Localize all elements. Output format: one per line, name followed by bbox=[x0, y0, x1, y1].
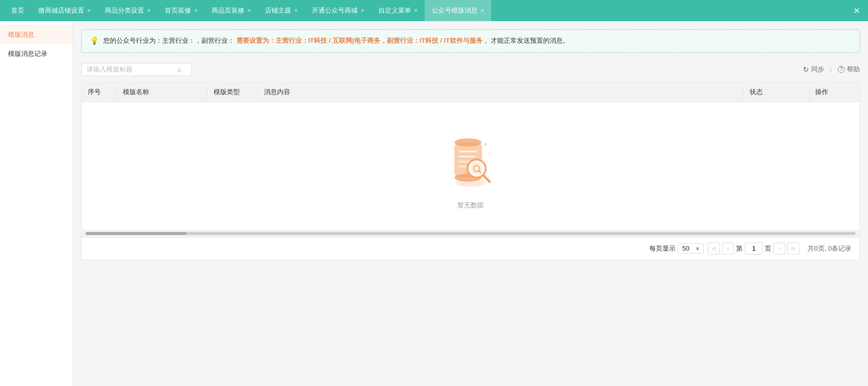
th-status: 状态 bbox=[744, 83, 809, 102]
next-page-button[interactable]: › bbox=[773, 243, 785, 255]
search-actions: ↻ 同步 | ? 帮助 bbox=[803, 65, 860, 74]
sidebar: 模版消息 模版消息记录 bbox=[0, 21, 73, 386]
tab-category-label: 商品分类设置 bbox=[105, 6, 144, 15]
tab-templatemsg-close[interactable]: × bbox=[481, 7, 484, 14]
search-input[interactable] bbox=[87, 65, 177, 73]
page-unit: 页 bbox=[765, 244, 771, 253]
tab-category-close[interactable]: × bbox=[147, 7, 151, 14]
page-size-label: 每页显示 bbox=[649, 244, 676, 253]
tab-openstore-close[interactable]: × bbox=[361, 7, 364, 14]
tab-bar-close-all[interactable]: ✕ bbox=[849, 6, 864, 16]
tab-homepage[interactable]: 首页装修 × bbox=[158, 0, 205, 21]
sync-label: 同步 bbox=[811, 65, 824, 74]
tab-templatemsg-label: 公众号模版消息 bbox=[432, 6, 478, 15]
tab-custommenu-close[interactable]: × bbox=[414, 7, 418, 14]
chevron-down-icon: ∨ bbox=[696, 246, 699, 251]
horizontal-scrollbar[interactable] bbox=[82, 230, 859, 237]
content-area: 💡 您的公众号行业为：主营行业：，副营行业： 需要设置为：主营行业：IT科技 /… bbox=[73, 21, 868, 386]
notice-text: 您的公众号行业为：主营行业：，副营行业： 需要设置为：主营行业：IT科技 / 互… bbox=[103, 36, 569, 46]
main-layout: 模版消息 模版消息记录 💡 您的公众号行业为：主营行业：，副营行业： 需要设置为… bbox=[0, 21, 868, 386]
sidebar-item-template-msg-label: 模版消息 bbox=[8, 31, 34, 38]
sidebar-item-template-msg[interactable]: 模版消息 bbox=[0, 25, 73, 44]
tab-home[interactable]: 首页 bbox=[4, 0, 31, 21]
tab-productpage-label: 商品页装修 bbox=[212, 6, 244, 15]
tab-productpage[interactable]: 商品页装修 × bbox=[205, 0, 258, 21]
page-size-dropdown[interactable]: 50 ∨ bbox=[678, 243, 704, 254]
search-input-wrap[interactable]: ⌕ bbox=[81, 63, 192, 76]
scrollbar-track[interactable] bbox=[86, 232, 855, 235]
last-page-button[interactable]: ⊳ bbox=[787, 243, 799, 255]
th-type: 模版类型 bbox=[208, 83, 258, 102]
page-size-value: 50 bbox=[682, 245, 689, 252]
tab-bar: 首页 微商城店铺设置 × 商品分类设置 × 首页装修 × 商品页装修 × 店铺主… bbox=[0, 0, 868, 21]
tab-theme[interactable]: 店铺主题 × bbox=[258, 0, 305, 21]
tab-homepage-label: 首页装修 bbox=[165, 6, 191, 15]
tab-wshop-close[interactable]: × bbox=[87, 7, 91, 14]
table-header: 序号 模版名称 模版类型 消息内容 状态 操作 bbox=[82, 83, 859, 102]
empty-text: 暂无数据 bbox=[457, 201, 484, 210]
tab-templatemsg[interactable]: 公众号模版消息 × bbox=[425, 0, 491, 21]
svg-point-2 bbox=[454, 138, 482, 146]
tab-productpage-close[interactable]: × bbox=[247, 7, 251, 14]
data-table: 序号 模版名称 模版类型 消息内容 状态 操作 bbox=[81, 82, 860, 260]
th-seq: 序号 bbox=[82, 83, 117, 102]
search-bar: ⌕ ↻ 同步 | ? 帮助 bbox=[81, 63, 860, 76]
tab-wshop[interactable]: 微商城店铺设置 × bbox=[31, 0, 98, 21]
tab-openstore-label: 开通公众号商城 bbox=[312, 6, 358, 15]
first-page-button[interactable]: ⊲ bbox=[708, 243, 720, 255]
th-name: 模版名称 bbox=[117, 83, 208, 102]
empty-state: ✦ ✦ 暂无数据 bbox=[82, 102, 859, 230]
tab-category[interactable]: 商品分类设置 × bbox=[98, 0, 158, 21]
total-info: 共0页, 0条记录 bbox=[808, 244, 851, 253]
page-size-select: 每页显示 50 ∨ bbox=[649, 243, 704, 254]
help-label: 帮助 bbox=[847, 65, 860, 74]
tab-theme-close[interactable]: × bbox=[294, 7, 298, 14]
notice-box: 💡 您的公众号行业为：主营行业：，副营行业： 需要设置为：主营行业：IT科技 /… bbox=[81, 29, 860, 53]
scrollbar-thumb[interactable] bbox=[86, 232, 186, 235]
svg-text:✦: ✦ bbox=[483, 141, 488, 148]
notice-suffix: 才能正常发送预置的消息。 bbox=[491, 37, 569, 44]
page-label: 第 bbox=[736, 244, 743, 253]
help-icon: ? bbox=[838, 66, 845, 73]
sidebar-item-template-msg-record[interactable]: 模版消息记录 bbox=[0, 44, 73, 63]
help-button[interactable]: ? 帮助 bbox=[838, 65, 860, 74]
sync-icon: ↻ bbox=[803, 65, 809, 73]
th-content: 消息内容 bbox=[258, 83, 744, 102]
page-navigation: ⊲ ‹ 第 页 › ⊳ bbox=[708, 243, 799, 255]
tab-homepage-close[interactable]: × bbox=[194, 7, 197, 14]
sync-button[interactable]: ↻ 同步 bbox=[803, 65, 824, 74]
notice-prefix: 您的公众号行业为：主营行业：，副营行业： bbox=[103, 37, 234, 44]
tab-custommenu-label: 自定义菜单 bbox=[378, 6, 411, 15]
tab-custommenu[interactable]: 自定义菜单 × bbox=[371, 0, 425, 21]
notice-icon: 💡 bbox=[90, 36, 99, 45]
pagination: 每页显示 50 ∨ ⊲ ‹ 第 页 › ⊳ bbox=[82, 237, 859, 260]
svg-text:✦: ✦ bbox=[488, 151, 492, 156]
notice-highlight: 需要设置为：主营行业：IT科技 / 互联网|电子商务，副营行业：IT科技 / I… bbox=[236, 37, 489, 44]
divider: | bbox=[830, 65, 832, 73]
page-number-input[interactable] bbox=[745, 243, 763, 255]
th-action: 操作 bbox=[809, 83, 859, 102]
page-input-wrap: 第 页 bbox=[736, 243, 771, 255]
tab-home-label: 首页 bbox=[11, 6, 24, 15]
tab-wshop-label: 微商城店铺设置 bbox=[38, 6, 84, 15]
tab-theme-label: 店铺主题 bbox=[265, 6, 291, 15]
empty-illustration: ✦ ✦ bbox=[440, 132, 501, 193]
tab-openstore[interactable]: 开通公众号商城 × bbox=[305, 0, 371, 21]
prev-page-button[interactable]: ‹ bbox=[722, 243, 734, 255]
search-icon[interactable]: ⌕ bbox=[177, 65, 181, 73]
sidebar-item-template-msg-record-label: 模版消息记录 bbox=[8, 50, 47, 57]
